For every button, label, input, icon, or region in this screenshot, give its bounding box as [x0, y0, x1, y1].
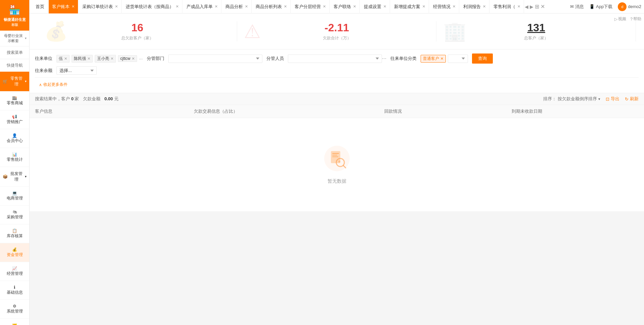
search-menu-item[interactable]: 搜索菜单: [0, 46, 29, 59]
sidebar-item-operations[interactable]: 📈 经营管理: [0, 262, 29, 281]
help-btn[interactable]: ? 帮助: [630, 16, 641, 22]
tab-new-promo-plan[interactable]: 新增提成方案 ✕: [391, 0, 429, 13]
quick-nav-item[interactable]: 快捷导航: [0, 59, 29, 72]
sidebar-industry-selector[interactable]: 母婴行业演示帐套 ▾: [0, 31, 29, 46]
filter-area: 往来单位 伍 ✕ 陈民强 ✕ 王小亮 ✕ cjttcw: [30, 49, 644, 93]
tab-promo-settings[interactable]: 提成设置 ✕: [360, 0, 390, 13]
sidebar-logo[interactable]: 🏪 畅捷通好生意 标版: [0, 0, 29, 31]
tab-nav-arrows: ◀ ▶ ⊞ ✕: [525, 3, 545, 10]
close-ops-tab[interactable]: ✕: [453, 4, 456, 9]
no-data-illustration: [324, 145, 350, 172]
close-customers-tab[interactable]: ✕: [72, 4, 75, 9]
close-purchase-tab[interactable]: ✕: [115, 4, 118, 9]
query-button[interactable]: 查询: [472, 53, 493, 64]
sidebar-item-retail-stats[interactable]: 📊 零售统计: [0, 148, 29, 167]
sidebar-item-wholesale-mgmt[interactable]: 📦 批发管理 ▾: [0, 167, 29, 187]
message-item[interactable]: ✉ 消息: [570, 4, 584, 10]
sidebar-item-inventory[interactable]: 📋 库存核算: [0, 224, 29, 243]
svg-rect-4: [332, 156, 338, 157]
app-download-item[interactable]: 📱 App下载: [589, 4, 612, 10]
stat-total-customers: 🏢 131 总客户（家）: [436, 19, 636, 44]
close-goods-tab[interactable]: ✕: [245, 4, 248, 9]
close-profit-tab[interactable]: ✕: [483, 4, 486, 9]
close-goods-list-tab[interactable]: ✕: [284, 4, 287, 9]
tab-inbound-stats[interactable]: 进货单统计表（按商品） ✕: [122, 0, 182, 13]
app-title: 畅捷通好生意: [2, 17, 27, 22]
sidebar-item-mkt-promo[interactable]: 📢 营销推广: [0, 110, 29, 129]
sidebar-item-system[interactable]: ⚙ 系统管理: [0, 300, 29, 319]
video-help-btn[interactable]: ▷ 视频: [614, 16, 626, 22]
unit-filter-label: 往来单位: [35, 56, 52, 62]
collapse-button[interactable]: ∧ 收起更多条件: [35, 80, 639, 89]
dept-select[interactable]: [168, 55, 262, 63]
stat-help-buttons: ▷ 视频 ? 帮助: [614, 16, 641, 22]
tab-customer-tier[interactable]: 客户分层经营 ✕: [291, 0, 330, 13]
export-button[interactable]: ⊡ 导出: [606, 96, 619, 102]
remove-tag-4[interactable]: ✕: [132, 57, 135, 61]
close-new-promo-tab[interactable]: ✕: [422, 4, 425, 9]
tab-goods-analysis[interactable]: 商品分析 ✕: [222, 0, 252, 13]
sidebar-item-retail-mgmt[interactable]: 🛒 零售管理 ▾: [0, 72, 29, 92]
close-promo-tab[interactable]: ✕: [383, 4, 386, 9]
close-production-tab[interactable]: ✕: [215, 4, 218, 9]
tab-production-inbound[interactable]: 产成品入库单 ✕: [183, 0, 221, 13]
sort-control[interactable]: 排序： 按欠款金额倒序排序 ▾: [543, 96, 600, 102]
customer-contact-label: 客户联络: [334, 4, 351, 10]
close-inbound-tab[interactable]: ✕: [176, 4, 179, 9]
system-icon: ⚙: [3, 304, 27, 309]
tab-purchase-order-stats[interactable]: 采购订单统计表 ✕: [79, 0, 122, 13]
tab-close-all[interactable]: ✕: [541, 3, 545, 10]
filter-tag-unit-2[interactable]: 陈民强 ✕: [72, 55, 93, 63]
sidebar-item-member-center[interactable]: 👤 会员中心: [0, 129, 29, 148]
filter-tag-unit-4[interactable]: cjttcw ✕: [118, 55, 137, 62]
tab-operations-status[interactable]: 经营情况 ✕: [430, 0, 459, 13]
tab-next-arrow[interactable]: ▶: [530, 4, 533, 9]
sort-prefix: 排序：: [543, 96, 556, 102]
category-select[interactable]: [448, 55, 468, 63]
goods-analysis-label: 商品分析: [225, 4, 243, 10]
promo-settings-label: 提成设置: [364, 4, 381, 10]
amount-filter-label: 往来余额: [35, 68, 52, 74]
message-icon: ✉: [570, 4, 574, 9]
results-info: 搜索结果中，客户 0 家 欠款金额 0.00 元: [35, 96, 119, 102]
credit-amount-unit: 元: [114, 96, 119, 101]
person-select[interactable]: [288, 55, 382, 63]
filter-tags-container: 伍 ✕ 陈民强 ✕ 王小亮 ✕ cjttcw ✕ ···: [56, 55, 143, 63]
remove-category-tag[interactable]: ✕: [440, 57, 443, 61]
amount-select[interactable]: 选择...: [56, 66, 97, 75]
filter-tag-unit-1[interactable]: 伍 ✕: [56, 55, 70, 63]
sidebar-item-ecommerce[interactable]: 💻 电商管理: [0, 187, 29, 206]
sidebar-item-purchase-mgmt[interactable]: 🛍 采购管理: [0, 206, 29, 224]
empty-state: 暂无数据: [30, 118, 644, 211]
sidebar-item-enterprise[interactable]: 🤝 企业协同: [0, 319, 29, 325]
tab-customers[interactable]: 客户账本 ✕: [49, 0, 78, 13]
sidebar-item-finance[interactable]: 💰 资金管理: [0, 243, 29, 262]
close-tier-tab[interactable]: ✕: [323, 4, 326, 9]
new-promo-plan-label: 新增提成方案: [394, 4, 420, 10]
search-count-unit: 家: [75, 96, 79, 101]
svg-rect-3: [332, 155, 337, 155]
tab-customer-contact[interactable]: 客户联络 ✕: [330, 0, 360, 13]
sort-arrow-icon: ▾: [598, 97, 600, 101]
close-contact-tab[interactable]: ✕: [353, 4, 356, 9]
tab-home[interactable]: 首页: [32, 0, 48, 13]
tab-expand-arrow[interactable]: ⊞: [535, 3, 539, 10]
tab-goods-analysis-list[interactable]: 商品分析列表 ✕: [252, 0, 291, 13]
user-item[interactable]: d demo2: [618, 2, 641, 11]
remove-tag-1[interactable]: ✕: [64, 57, 67, 61]
remove-tag-2[interactable]: ✕: [87, 57, 90, 61]
sidebar-item-basic-info[interactable]: ℹ 基础信息: [0, 281, 29, 300]
category-dropdown: [448, 55, 468, 63]
person-extra-dots[interactable]: ···: [382, 56, 386, 62]
tab-profit-report[interactable]: 利润报告 ✕: [460, 0, 489, 13]
filter-tag-category[interactable]: 普通客户 ✕: [421, 55, 446, 63]
filter-tag-unit-3[interactable]: 王小亮 ✕: [95, 55, 116, 63]
quick-nav-label: 快捷导航: [7, 63, 23, 68]
sidebar-item-retail-mall[interactable]: 🏬 零售商城: [0, 92, 29, 110]
tab-prev-arrow[interactable]: ◀: [525, 4, 528, 9]
remove-tag-3[interactable]: ✕: [111, 57, 114, 61]
filter-more-tags[interactable]: ···: [139, 56, 143, 61]
tab-retail-profit[interactable]: 零售利润（ ✕: [490, 0, 524, 13]
close-retail-profit-tab[interactable]: ✕: [517, 4, 520, 9]
refresh-button[interactable]: ↻ 刷新: [625, 96, 639, 102]
